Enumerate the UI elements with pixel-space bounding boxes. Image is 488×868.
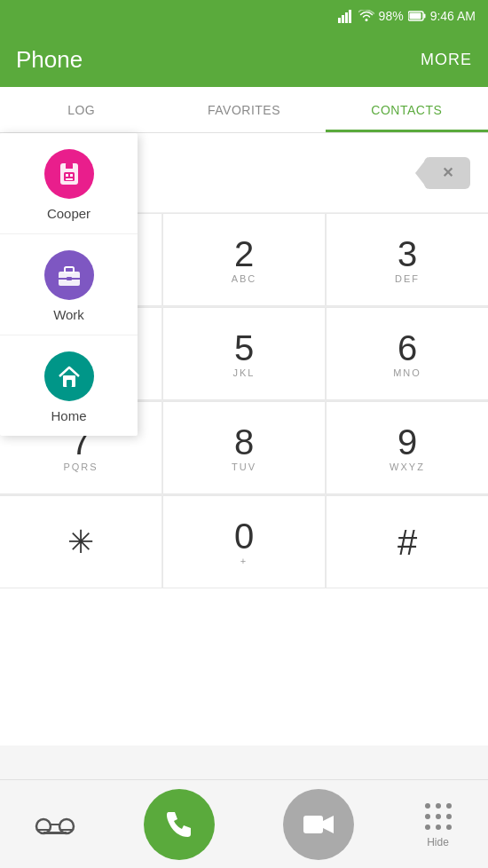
phone-icon	[161, 807, 197, 842]
svg-point-4	[365, 19, 367, 21]
sim-card-icon	[57, 162, 82, 186]
svg-rect-11	[70, 174, 73, 177]
dial-key-5[interactable]: 5 JKL	[162, 307, 326, 400]
briefcase-icon	[56, 263, 83, 288]
dial-key-9[interactable]: 9 WXYZ	[326, 401, 488, 494]
svg-point-30	[425, 814, 430, 819]
svg-rect-22	[43, 832, 67, 834]
header: Phone MORE	[0, 32, 488, 87]
signal-icon	[338, 9, 354, 23]
tab-favorites[interactable]: FAVORITES	[162, 87, 325, 132]
voicemail-icon	[35, 809, 75, 840]
battery-percent: 98%	[379, 9, 404, 23]
dial-key-2[interactable]: 2 ABC	[162, 213, 326, 306]
dialpad-hide-button[interactable]: Hide	[422, 801, 454, 848]
svg-point-32	[446, 814, 452, 819]
dialpad-icon	[422, 801, 454, 832]
svg-rect-23	[38, 829, 49, 831]
home-icon	[56, 364, 83, 389]
dialpad-row-4: ✳ 0 + #	[0, 495, 488, 588]
svg-rect-19	[67, 380, 72, 387]
tab-log[interactable]: LOG	[0, 87, 162, 132]
tab-contacts[interactable]: CONTACTS	[326, 87, 488, 132]
svg-rect-7	[409, 13, 421, 20]
contact-avatar-work	[44, 250, 94, 300]
svg-point-21	[59, 819, 74, 833]
svg-point-20	[36, 819, 51, 833]
video-button[interactable]	[283, 789, 354, 860]
svg-rect-17	[67, 277, 72, 280]
hide-label: Hide	[427, 836, 449, 848]
more-button[interactable]: MORE	[421, 51, 472, 69]
dial-key-8[interactable]: 8 TUV	[162, 401, 326, 494]
dial-key-star[interactable]: ✳	[0, 495, 162, 588]
video-icon	[302, 812, 335, 837]
bottom-bar: Hide	[0, 779, 488, 868]
contact-label-home: Home	[51, 408, 86, 423]
dial-key-3[interactable]: 3 DEF	[326, 213, 488, 306]
contact-label-cooper: Cooper	[47, 206, 91, 221]
svg-rect-6	[423, 14, 425, 19]
contact-item-home[interactable]: Home	[0, 335, 138, 436]
svg-point-29	[446, 803, 452, 809]
clock: 9:46 AM	[430, 9, 476, 23]
voicemail-button[interactable]	[35, 809, 75, 840]
svg-rect-13	[66, 163, 73, 169]
tabs-bar: LOG FAVORITES CONTACTS	[0, 87, 488, 133]
contact-item-cooper[interactable]: Cooper	[0, 133, 138, 234]
svg-point-34	[436, 825, 441, 830]
svg-rect-1	[342, 15, 344, 23]
dial-key-hash[interactable]: #	[326, 495, 488, 588]
contact-popup: Cooper Work	[0, 133, 138, 436]
battery-icon	[408, 11, 426, 21]
main-content: ✕ 1 2 ABC 3 DEF 4 GHI 5	[0, 133, 488, 746]
dial-key-6[interactable]: 6 MNO	[326, 307, 488, 400]
svg-rect-3	[349, 10, 351, 23]
svg-rect-10	[66, 174, 68, 177]
status-icons: 98% 9:46 AM	[338, 9, 476, 23]
svg-rect-2	[345, 12, 348, 23]
svg-rect-0	[338, 18, 341, 23]
svg-point-28	[436, 803, 441, 809]
call-button[interactable]	[144, 789, 215, 860]
dial-key-0[interactable]: 0 +	[162, 495, 326, 588]
contact-label-work: Work	[53, 307, 84, 322]
delete-icon: ✕	[442, 164, 453, 181]
svg-rect-15	[65, 267, 74, 272]
svg-rect-25	[51, 824, 59, 825]
contact-avatar-home	[44, 351, 94, 401]
wifi-icon	[358, 10, 374, 22]
app-title: Phone	[16, 46, 83, 74]
svg-point-27	[425, 803, 430, 809]
svg-rect-12	[66, 178, 73, 180]
contact-avatar-cooper	[44, 149, 94, 199]
svg-rect-24	[61, 829, 72, 831]
svg-rect-26	[303, 816, 323, 833]
svg-point-33	[425, 825, 430, 830]
status-bar: 98% 9:46 AM	[0, 0, 488, 32]
svg-point-35	[446, 825, 452, 830]
contact-item-work[interactable]: Work	[0, 234, 138, 335]
delete-button[interactable]: ✕	[424, 157, 470, 189]
svg-point-31	[436, 814, 441, 819]
